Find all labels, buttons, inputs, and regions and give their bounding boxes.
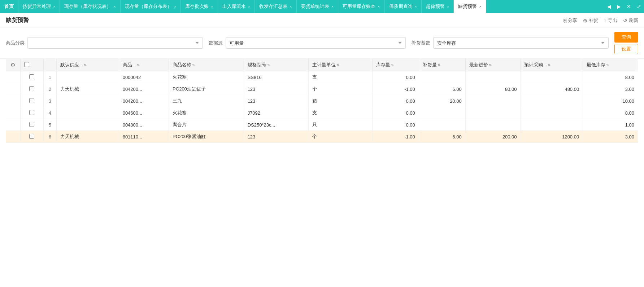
row-checkbox[interactable] [29,98,34,103]
tab-inventory-dist[interactable]: 现存量（库存分布表） × [121,0,181,13]
tab-defect-handling[interactable]: 拣货异常处理 × [18,0,60,13]
row-supplier [56,95,119,107]
sort-min-stock[interactable]: 最低库存 ⇅ [587,62,609,68]
category-filter: 商品分类 [6,37,203,49]
replenish-icon: ⊕ [583,18,587,23]
row-seq: 4 [43,107,56,119]
row-latest-price [465,119,521,131]
tab-close-inventory-status[interactable]: × [113,4,116,9]
replenish-base-select[interactable]: 安全库存 最低库存 [433,37,609,49]
tab-overstock[interactable]: 超储预警 × [422,0,454,13]
row-checkbox[interactable] [29,134,34,139]
tab-expand-btn[interactable]: ⤢ [634,0,644,13]
tab-prev-btn[interactable]: ◀ [604,0,614,13]
table-row: 6 力天机械 801110... PC200张紧油缸 123 个 -1.00 6… [6,131,638,143]
query-button[interactable]: 查询 [614,32,638,43]
tab-close-defect-handling[interactable]: × [53,4,55,9]
replenish-base-filter: 补货基数 安全库存 最低库存 [412,37,609,49]
row-unit: 个 [309,131,373,143]
row-replenish-qty: 6.00 [419,131,465,143]
tab-batch-account[interactable]: 库存批次账 × [181,0,218,13]
row-checkbox[interactable] [29,122,34,127]
sort-unit[interactable]: 主计量单位 ⇅ [312,62,339,68]
row-supplier [56,107,119,119]
replenish-button[interactable]: ⊕ 补货 [583,17,598,24]
column-settings-icon[interactable]: ⚙ [10,62,15,68]
th-spec: 规格型号 ⇅ [244,59,309,71]
table-header-row: ⚙ 默认供应... ⇅ 商品... [6,59,638,71]
tab-close-expiry-query[interactable]: × [415,4,417,9]
tab-recv-summary[interactable]: 收发存汇总表 × [255,0,296,13]
row-replenish-qty [419,119,465,131]
row-supplier: 力天机械 [56,131,119,143]
tab-next-btn[interactable]: ▶ [614,0,624,13]
sort-icon-purchase: ⇅ [548,63,551,67]
row-spec: SS816 [244,71,309,83]
tab-shortage[interactable]: 缺货预警 × [454,0,486,13]
data-table: ⚙ 默认供应... ⇅ 商品... [6,59,638,143]
replenish-base-label: 补货基数 [412,40,430,46]
table-container: ⚙ 默认供应... ⇅ 商品... [0,59,644,143]
sort-icon-replenish: ⇅ [438,63,440,67]
row-checkbox[interactable] [29,86,34,91]
sort-latest-price[interactable]: 最新进价 ⇅ [469,62,492,68]
sort-icon-min-stock: ⇅ [606,63,609,67]
table-row: 1 0000042 火花塞 SS816 支 0.00 8.00 [6,71,638,83]
export-button[interactable]: ↑ 导出 [604,17,617,24]
tab-available-ledger[interactable]: 可用量库存账本 × [338,0,384,13]
row-latest-price [465,95,521,107]
tab-home[interactable]: 首页 [0,0,18,13]
sort-icon-code: ⇅ [137,63,140,67]
row-product-name: 三九 [169,95,244,107]
refresh-button[interactable]: ↺ 刷新 [623,17,638,24]
tab-bar: 首页 拣货异常处理 × 现存量（库存状况表） × 现存量（库存分布表） × 库存… [0,0,644,13]
tab-navigation: ◀ ▶ ✕ ⤢ [604,0,644,13]
tab-close-all-btn[interactable]: ✕ [624,0,634,13]
table-row: 2 力天机械 004200... PC200油缸缸子 123 个 -1.00 6… [6,83,638,95]
tab-order-stats[interactable]: 要货单统计表 × [297,0,338,13]
sort-spec[interactable]: 规格型号 ⇅ [248,62,270,68]
row-settings-cell [6,83,20,95]
tab-inventory-status[interactable]: 现存量（库存状况表） × [60,0,120,13]
row-checkbox-cell [20,131,43,143]
tab-close-order-stats[interactable]: × [331,4,334,9]
sort-stock-qty[interactable]: 库存量 ⇅ [376,62,394,68]
row-stock-qty: 0.00 [372,107,419,119]
share-icon: ⎘ [564,18,566,23]
sort-icon-name: ⇅ [192,63,195,67]
row-seq: 5 [43,119,56,131]
tab-inout-flow[interactable]: 出入库流水 × [218,0,255,13]
tab-close-batch-account[interactable]: × [211,4,213,9]
tab-close-inout-flow[interactable]: × [248,4,250,9]
row-min-stock: 8.00 [583,71,638,83]
share-button[interactable]: ⎘ 分享 [564,17,577,24]
sort-est-purchase[interactable]: 预计采购... ⇅ [524,62,551,68]
sort-default-supplier[interactable]: 默认供应... ⇅ [60,62,87,68]
th-latest-price: 最新进价 ⇅ [465,59,521,71]
settings-button[interactable]: 设置 [614,44,638,54]
tab-close-available-ledger[interactable]: × [378,4,380,9]
row-checkbox[interactable] [29,110,34,115]
sort-icon-spec: ⇅ [267,63,270,67]
datasource-select[interactable]: 可用量 库存量 [226,37,406,49]
row-product-name: 离合片 [169,119,244,131]
row-checkbox-cell [20,71,43,83]
row-checkbox-cell [20,95,43,107]
row-est-purchase: 480.00 [521,83,583,95]
sort-replenish-qty[interactable]: 补货量 ⇅ [423,62,440,68]
category-select[interactable] [27,37,203,49]
row-stock-qty: -1.00 [372,83,419,95]
row-seq: 2 [43,83,56,95]
row-supplier [56,71,119,83]
tab-close-shortage[interactable]: × [479,4,481,9]
th-est-purchase: 预计采购... ⇅ [521,59,583,71]
sort-product-code[interactable]: 商品... ⇅ [123,62,140,68]
sort-product-name[interactable]: 商品名称 ⇅ [173,62,195,68]
tab-close-inventory-dist[interactable]: × [174,4,176,9]
datasource-filter: 数据源 可用量 库存量 [209,37,406,49]
select-all-checkbox[interactable] [24,62,29,67]
tab-close-recv-summary[interactable]: × [290,4,292,9]
tab-close-overstock[interactable]: × [447,4,449,9]
tab-expiry-query[interactable]: 保质期查询 × [385,0,422,13]
row-checkbox[interactable] [29,74,34,79]
